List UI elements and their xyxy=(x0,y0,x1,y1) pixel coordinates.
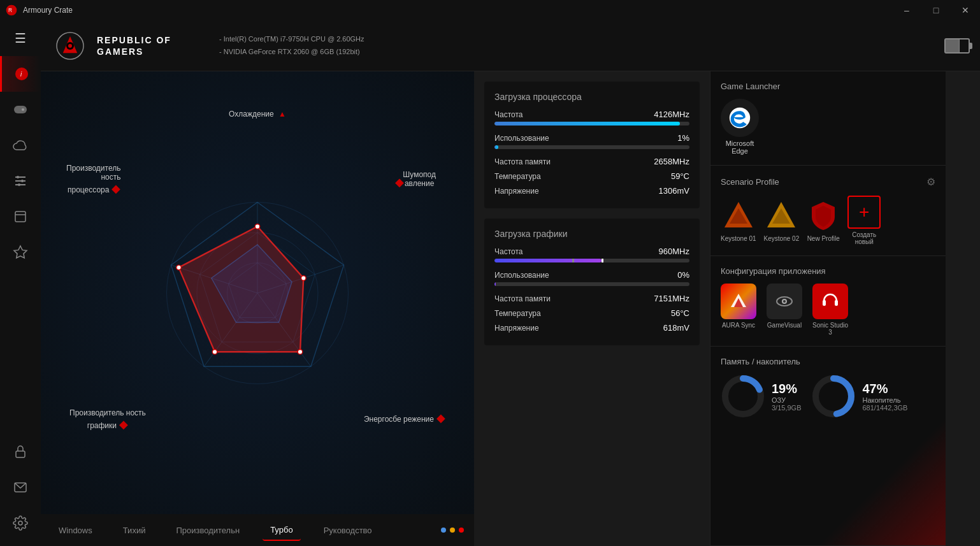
gamevisual-item[interactable]: GameVisual xyxy=(767,284,802,336)
content-area: REPUBLIC OF GAMERS - Intel(R) Core(TM) i… xyxy=(41,20,980,546)
cpu-memfreq-row: Частота памяти 2658MHz xyxy=(494,157,689,166)
cpu-info: - Intel(R) Core(TM) i7-9750H CPU @ 2.60G… xyxy=(219,33,364,46)
red-corner-decoration xyxy=(754,418,946,545)
gpu-memfreq-label: Частота памяти xyxy=(494,294,551,303)
aura-sync-item[interactable]: AURA Sync xyxy=(721,284,756,336)
ram-group: 19% ОЗУ 3/15,9GB xyxy=(721,374,801,419)
sidebar-item-info[interactable]: i xyxy=(0,56,41,92)
sidebar-item-gamepad[interactable] xyxy=(0,92,41,127)
ram-donut xyxy=(721,374,765,419)
svg-point-41 xyxy=(177,265,182,270)
svg-text:REPUBLIC OF: REPUBLIC OF xyxy=(97,35,171,45)
storage-donut xyxy=(811,374,856,419)
boost-marker xyxy=(602,259,603,262)
cpu-usage-fill xyxy=(494,145,498,149)
rog-brand-text: REPUBLIC OF GAMERS xyxy=(97,32,199,60)
store-icon xyxy=(13,209,28,224)
close-button[interactable]: ✕ xyxy=(951,0,980,20)
sidebar-item-settings[interactable] xyxy=(0,505,41,541)
tab-quiet[interactable]: Тихий xyxy=(115,521,154,540)
cpu-voltage-label: Напряжение xyxy=(494,187,539,196)
radar-label-noise: Шумоподавление◆ xyxy=(403,170,436,188)
sidebar-item-mail[interactable] xyxy=(0,470,41,505)
logo-area: REPUBLIC OF GAMERS xyxy=(51,30,199,62)
rog-logo xyxy=(51,30,89,62)
svg-point-10 xyxy=(17,176,19,178)
profile-add[interactable]: + Создатьновый xyxy=(847,196,881,245)
scenario-profile-title: Scenario Profile ⚙ xyxy=(721,176,935,188)
sonic-logo xyxy=(821,292,840,311)
radar-chart xyxy=(136,172,378,414)
keystone02-icon xyxy=(765,199,798,233)
aura-sync-label: AURA Sync xyxy=(722,322,755,329)
sidebar-item-tune[interactable] xyxy=(0,163,41,199)
svg-point-38 xyxy=(301,275,306,280)
header: REPUBLIC OF GAMERS - Intel(R) Core(TM) i… xyxy=(41,20,980,71)
sidebar-item-favorites[interactable] xyxy=(0,234,41,270)
gpu-voltage-row: Напряжение 618mV xyxy=(494,323,689,333)
minimize-button[interactable]: – xyxy=(892,0,921,20)
settings-icon xyxy=(13,515,28,531)
game-launcher-section: Game Launcher MicrosoftEdge xyxy=(710,71,946,166)
rog-text-logo: REPUBLIC OF GAMERS xyxy=(97,32,199,57)
cpu-voltage-value: 1306mV xyxy=(659,186,689,196)
profile-keystone01[interactable]: Keystone 01 xyxy=(721,199,756,242)
sonic-studio-item[interactable]: Sonic Studio3 xyxy=(812,284,848,336)
keystone01-svg xyxy=(722,199,755,233)
window-controls: – □ ✕ xyxy=(892,0,980,20)
settings-gear-icon[interactable]: ⚙ xyxy=(926,176,935,188)
edge-icon xyxy=(721,99,759,137)
new-profile-icon xyxy=(807,199,840,233)
ram-label: ОЗУ xyxy=(772,396,801,404)
memory-content: 19% ОЗУ 3/15,9GB xyxy=(721,374,935,419)
body-area: Охлаждение ▲ Шумоподавление◆ Энергосбе р… xyxy=(41,71,980,546)
new-profile-svg xyxy=(807,199,840,233)
gamevisual-icon xyxy=(767,284,802,319)
sidebar-item-lock[interactable] xyxy=(0,434,41,470)
profile-new[interactable]: New Profile xyxy=(807,199,840,242)
edge-app-item[interactable]: MicrosoftEdge xyxy=(721,99,759,155)
add-profile-button[interactable]: + xyxy=(847,196,881,229)
gpu-temp-value: 56°C xyxy=(671,308,689,318)
svg-rect-4 xyxy=(14,106,27,113)
battery-indicator xyxy=(944,38,970,54)
cpu-freq-fill xyxy=(494,122,680,126)
storage-pct: 47% xyxy=(862,382,907,396)
gpu-usage-row: Использование 0% xyxy=(494,270,689,280)
tab-manual[interactable]: Руководство xyxy=(316,521,380,540)
radar-label-energy: Энергосбе режение◆ xyxy=(364,411,445,425)
add-profile-label: Создатьновый xyxy=(852,231,876,245)
cpu-section-title: Загрузка процессора xyxy=(494,92,689,102)
cpu-usage-label: Использование xyxy=(494,134,549,143)
gamevisual-label: GameVisual xyxy=(767,322,802,329)
new-profile-label: New Profile xyxy=(807,235,840,242)
sidebar-item-store[interactable] xyxy=(0,199,41,234)
tab-turbo[interactable]: Турбо xyxy=(263,520,300,541)
lock-icon xyxy=(13,444,28,459)
gpu-freq-fill xyxy=(494,259,602,262)
tab-performance[interactable]: Производительн xyxy=(168,521,247,540)
ram-info: 19% ОЗУ 3/15,9GB xyxy=(772,382,801,412)
hamburger-menu[interactable]: ☰ xyxy=(8,25,33,51)
sidebar-item-cloud[interactable] xyxy=(0,127,41,163)
left-panel: Охлаждение ▲ Шумоподавление◆ Энергосбе р… xyxy=(41,71,474,546)
cpu-voltage-row: Напряжение 1306mV xyxy=(494,186,689,196)
app-config-title: Конфигурация приложения xyxy=(721,266,935,276)
app-config-section: Конфигурация приложения AURA Sync xyxy=(710,256,946,347)
tab-indicators xyxy=(441,528,464,533)
gpu-usage-label: Использование xyxy=(494,271,549,280)
tab-windows[interactable]: Windows xyxy=(51,521,100,540)
aura-logo xyxy=(729,292,748,311)
sidebar: ☰ i xyxy=(0,20,41,546)
sonic-studio-label: Sonic Studio3 xyxy=(812,322,848,336)
mail-icon xyxy=(13,480,28,495)
tab-dot-3 xyxy=(459,528,464,533)
maximize-button[interactable]: □ xyxy=(921,0,951,20)
profile-keystone02[interactable]: Keystone 02 xyxy=(764,199,800,242)
gpu-freq-bar: Base Clock ROG Boost xyxy=(494,259,689,262)
keystone01-label: Keystone 01 xyxy=(721,235,756,242)
gpu-freq-row: Частота 960MHz xyxy=(494,247,689,256)
tab-dot-2 xyxy=(450,528,455,533)
gpu-freq-value: 960MHz xyxy=(659,247,689,256)
cpu-memfreq-label: Частота памяти xyxy=(494,157,551,166)
